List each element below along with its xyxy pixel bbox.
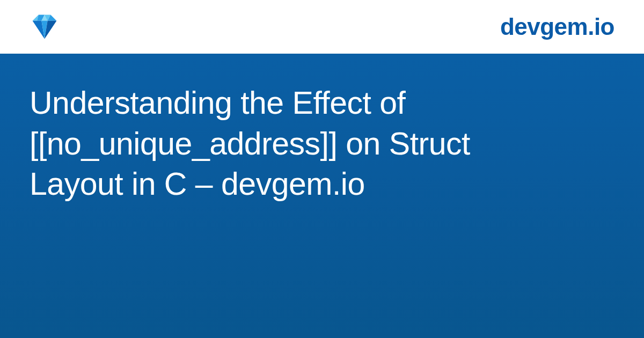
page-title: Understanding the Effect of [[no_unique_…	[30, 83, 555, 205]
header: devgem.io	[0, 0, 644, 54]
site-name: devgem.io	[500, 13, 614, 40]
hero: Understanding the Effect of [[no_unique_…	[0, 54, 644, 338]
gem-icon	[30, 12, 60, 42]
